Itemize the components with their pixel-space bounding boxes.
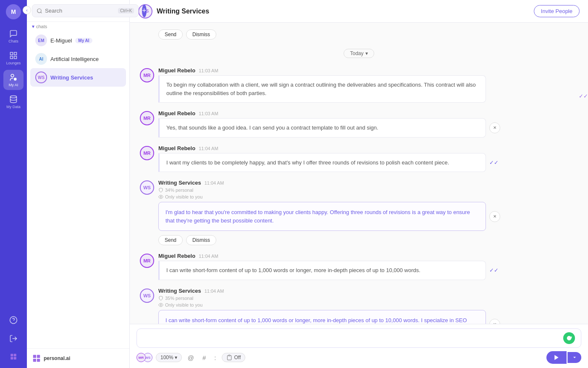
input-toolbar: MR WS 100% ▾ @ # : Off: [136, 351, 581, 364]
nav-item-my-data[interactable]: My Data: [3, 92, 24, 112]
sidebar-item-writing-services[interactable]: WS Writing Services: [30, 68, 126, 87]
my-ai-badge: My AI: [75, 38, 92, 43]
sender-name-1: Miguel Rebelo: [158, 67, 195, 74]
new-chat-button[interactable]: +: [142, 5, 147, 17]
hash-button[interactable]: #: [200, 353, 208, 362]
search-box[interactable]: Ctrl+K: [32, 4, 139, 17]
refresh-icon: [566, 335, 572, 341]
message-content-5: Miguel Rebelo 11:04 AM I can write short…: [158, 253, 578, 280]
msg-header-5: Miguel Rebelo 11:04 AM: [158, 253, 578, 259]
sender-name-6: Writing Services: [158, 288, 201, 294]
msg-bubble-3: I want my clients to be completely happy…: [158, 153, 486, 172]
msg-time-5: 11:04 AM: [199, 254, 218, 259]
messages-area: Send Dismiss Today ▾ MR Miguel Rebelo 11…: [130, 23, 588, 324]
send-button[interactable]: [546, 351, 567, 364]
logo-icon: [10, 353, 17, 360]
percentage-button[interactable]: 100% ▾: [156, 353, 182, 362]
msg-text-1: To begin my collaboration with a client,…: [166, 82, 476, 96]
message-content-2: Miguel Rebelo 11:03 AM Yes, that sounds …: [158, 110, 578, 138]
svg-point-20: [160, 304, 162, 305]
svg-rect-16: [37, 355, 40, 358]
send-dropdown-button[interactable]: [567, 352, 581, 363]
logout-button[interactable]: [6, 331, 21, 346]
nav-lounges-label: Lounges: [6, 61, 21, 65]
help-icon: [9, 316, 18, 324]
dismiss-icon-6[interactable]: ✕: [489, 319, 500, 324]
lounges-icon: [9, 51, 18, 60]
svg-point-14: [37, 8, 41, 12]
search-input[interactable]: [45, 8, 116, 14]
my-ai-icon: [9, 73, 18, 82]
sidebar-item-ai[interactable]: AI Artificial Intelligence: [30, 50, 126, 68]
personal-ai-logo: [8, 349, 19, 364]
msg-time-6: 11:04 AM: [205, 289, 224, 294]
chat-header: WS Writing Services Invite People: [130, 0, 588, 23]
msg-header-6: Writing Services 11:04 AM: [158, 288, 578, 294]
svg-rect-21: [229, 355, 231, 356]
msg-header-4: Writing Services 11:04 AM: [158, 180, 578, 186]
ai-bubble-6: I can write short-form content of up to …: [158, 310, 486, 324]
svg-rect-18: [37, 359, 40, 362]
nav-item-lounges[interactable]: Lounges: [3, 48, 24, 68]
shield-icon-6: [158, 296, 163, 301]
input-mr-avatar: MR: [136, 353, 146, 362]
message-input[interactable]: [143, 333, 563, 343]
nav-my-data-label: My Data: [6, 105, 21, 109]
chat-main: WS Writing Services Invite People Send D…: [130, 0, 588, 368]
personal-pct-6: 35% personal: [158, 296, 193, 301]
msg-header-2: Miguel Rebelo 11:03 AM: [158, 110, 578, 116]
personal-ai-logo-icon: [32, 354, 41, 363]
msg-bubble-1: To begin my collaboration with a client,…: [158, 75, 486, 103]
dismiss-button-4[interactable]: Dismiss: [186, 235, 216, 245]
eye-icon-6: [158, 302, 163, 307]
off-toggle-button[interactable]: Off: [222, 353, 245, 362]
nav-item-my-ai[interactable]: My AI: [3, 70, 24, 90]
sidebar-collapse-button[interactable]: ‹: [23, 6, 31, 14]
sidebar: Ctrl+K + ▾ chats EM E-Miguel My AI AI Ar…: [27, 0, 130, 368]
sidebar-header: Ctrl+K +: [27, 0, 129, 22]
mr-avatar-5: MR: [140, 254, 154, 268]
svg-rect-3: [10, 56, 13, 58]
eye-icon-4: [158, 194, 163, 199]
dismiss-icon-4[interactable]: ✕: [489, 211, 500, 222]
sidebar-item-emiguel[interactable]: EM E-Miguel My AI: [30, 31, 126, 50]
help-button[interactable]: [6, 312, 21, 328]
visible-label-6: Only visible to you: [158, 302, 578, 307]
ai-assist-button[interactable]: [563, 332, 575, 344]
top-dismiss-button[interactable]: Dismiss: [186, 29, 216, 40]
message-row-5: MR Miguel Rebelo 11:04 AM I can write sh…: [140, 253, 578, 280]
message-content-4: Writing Services 11:04 AM 34% personal O…: [158, 180, 578, 245]
dismiss-icon-2[interactable]: ✕: [489, 122, 500, 133]
chats-section-toggle[interactable]: ▾ chats: [27, 22, 129, 31]
colon-button[interactable]: :: [212, 353, 218, 362]
sender-name-2: Miguel Rebelo: [158, 110, 195, 116]
svg-rect-15: [33, 355, 36, 358]
action-buttons-4: Send Dismiss: [158, 235, 578, 245]
top-send-button[interactable]: Send: [158, 29, 183, 40]
message-content-6: Writing Services 11:04 AM 35% personal O…: [158, 288, 578, 324]
mr-avatar-2: MR: [140, 111, 154, 125]
user-avatar[interactable]: M: [6, 4, 21, 19]
nav-item-chats[interactable]: Chats: [3, 26, 24, 46]
msg-text-2: Yes, that sounds like a good idea. I can…: [166, 124, 378, 131]
conversations-list: EM E-Miguel My AI AI Artificial Intellig…: [27, 31, 129, 87]
input-container: [136, 328, 581, 348]
at-button[interactable]: @: [185, 353, 197, 362]
personal-ai-branding[interactable]: personal.ai: [27, 348, 129, 368]
msg-header-1: Miguel Rebelo 11:03 AM: [158, 67, 578, 74]
ai-text-4: I'm glad to hear that you're committed t…: [165, 209, 470, 224]
ws-name: Writing Services: [50, 74, 93, 81]
send-button-4[interactable]: Send: [158, 235, 183, 245]
input-avatars: MR WS: [136, 353, 152, 362]
chats-icon: [9, 29, 18, 38]
msg-text-5: I can write short-form content of up to …: [166, 267, 420, 273]
svg-point-4: [11, 74, 14, 77]
double-check-icon-3: ✓✓: [489, 159, 499, 166]
date-pill[interactable]: Today ▾: [344, 49, 374, 58]
invite-people-button[interactable]: Invite People: [534, 5, 580, 17]
search-icon: [37, 8, 42, 14]
message-row: MR Miguel Rebelo 11:03 AM To begin my co…: [140, 67, 578, 103]
ai-bubble-4: I'm glad to hear that you're committed t…: [158, 202, 486, 231]
sender-name-3: Miguel Rebelo: [158, 145, 195, 151]
svg-marker-22: [554, 355, 558, 360]
